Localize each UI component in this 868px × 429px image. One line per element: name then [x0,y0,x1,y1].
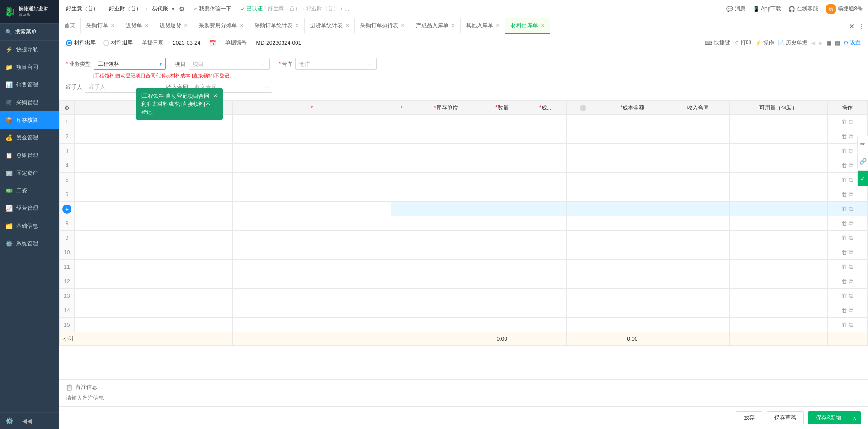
sidebar-search[interactable]: 🔍 搜索菜单 [0,24,59,41]
settings-btn[interactable]: ⚙ 设置 [844,39,861,47]
row-delete-icon[interactable]: 🗑 [841,220,847,227]
row-delete-icon[interactable]: 🗑 [841,278,847,285]
row-copy-icon[interactable]: ⧉ [849,234,853,242]
tab-goods_stats[interactable]: 进货单统计表✕ [305,18,355,34]
sidebar-item-purchase[interactable]: 🛒 采购管理 [0,94,59,111]
save-draft-button[interactable]: 保存草稿 [767,411,804,424]
row-copy-icon[interactable]: ⧉ [849,205,853,213]
row-input-material[interactable] [236,206,388,212]
topbar-user[interactable]: 畅 畅捷通8号 [826,4,863,14]
tabbar-close-icon[interactable]: ✕ [849,23,854,30]
row-delete-icon[interactable]: 🗑 [841,321,847,328]
topbar-dropdown-icon[interactable]: ▾ [172,6,175,12]
topbar-online-support[interactable]: 🎧 在线客服 [788,5,818,13]
row-copy-icon[interactable]: ⧉ [849,307,853,314]
tab-close-goods_return[interactable]: ✕ [184,23,188,28]
tab-goods_return[interactable]: 进货退货✕ [154,18,193,34]
tab-purchase_stats[interactable]: 采购订单统计表✕ [249,18,305,34]
history-btn[interactable]: 📄 历史单据 [778,39,807,47]
tab-close-product_in[interactable]: ✕ [451,23,455,28]
radio-material-return[interactable]: 材料退库 [103,39,133,47]
sidebar-item-project[interactable]: 📁 项目合同 [0,58,59,76]
row-delete-icon[interactable]: 🗑 [841,133,847,140]
row-copy-icon[interactable]: ⧉ [849,133,853,140]
collapse-icon[interactable]: ◀◀ [22,417,32,424]
layout2-btn[interactable]: ▤ [835,40,840,46]
topbar-gear-icon[interactable]: ⚙ [179,5,185,13]
row-copy-icon[interactable]: ⧉ [849,278,853,285]
tab-close-goods_in[interactable]: ✕ [145,23,148,28]
topbar-app-download[interactable]: 📱 App下载 [753,5,781,13]
tab-close-goods_stats[interactable]: ✕ [345,23,349,28]
shortcut-btn[interactable]: ⌨ 快捷键 [705,39,730,47]
sidebar-item-assets[interactable]: 🏢 固定资产 [0,164,59,182]
date-value[interactable]: 2023-03-24 [173,40,200,46]
tab-material_out[interactable]: 材料出库单✕ [505,18,550,34]
tab-close-other_in[interactable]: ✕ [496,23,500,28]
add-row-btn[interactable]: + [62,205,71,214]
tab-other_in[interactable]: 其他入库单✕ [461,18,505,34]
tooltip-close[interactable]: ✕ [213,92,217,100]
discard-button[interactable]: 放弃 [736,411,762,424]
row-delete-icon[interactable]: 🗑 [841,148,847,154]
operation-btn[interactable]: ⚡ 操作 [755,39,774,47]
row-copy-icon[interactable]: ⧉ [849,321,853,329]
row-delete-icon[interactable]: 🗑 [841,205,847,212]
business-type-input[interactable]: 工程领料 ▾ [94,58,166,70]
row-delete-icon[interactable]: 🗑 [841,292,847,299]
row-delete-icon[interactable]: 🗑 [841,191,847,198]
sidebar-item-inventory[interactable]: 📦 库存核算 [0,111,59,129]
settings-icon[interactable]: ⚙️ [5,417,13,424]
row-delete-icon[interactable]: 🗑 [841,249,847,256]
tabbar-layout-icon[interactable]: ⋮ [858,23,864,30]
right-panel-link[interactable]: 🔗 [857,153,868,169]
row-copy-icon[interactable]: ⧉ [849,176,853,184]
topbar-link-yidaili[interactable]: 易代账 [150,4,170,14]
sidebar-item-operations[interactable]: 📈 经营管理 [0,200,59,217]
sidebar-item-sales[interactable]: 📊 销售管理 [0,76,59,94]
row-delete-icon[interactable]: 🗑 [841,234,847,241]
table-gear-icon[interactable]: ⚙ [64,105,70,111]
tab-purchase_order[interactable]: 采购订单✕ [81,18,120,34]
print-btn[interactable]: 🖨 打印 [734,39,751,47]
row-delete-icon[interactable]: 🗑 [841,176,847,183]
save-new-dropdown[interactable]: ∧ [849,411,861,424]
tab-close-purchase_expense[interactable]: ✕ [240,23,243,28]
layout1-btn[interactable]: ▦ [826,40,831,46]
tab-product_in[interactable]: 产成品入库单✕ [410,18,461,34]
save-new-button[interactable]: 保存&新增 [808,411,849,424]
radio-material-out[interactable]: 材料出库 [66,39,96,47]
tab-close-purchase_order[interactable]: ✕ [111,23,114,28]
row-copy-icon[interactable]: ⧉ [849,249,853,256]
row-delete-icon[interactable]: 🗑 [841,119,847,125]
tab-close-purchase_exec[interactable]: ✕ [401,23,405,28]
row-copy-icon[interactable]: ⧉ [849,148,853,155]
right-panel-check[interactable]: ✓ [857,170,868,186]
tab-purchase_expense[interactable]: 采购费用分摊单✕ [193,18,249,34]
cost-info-icon[interactable]: i [580,105,586,111]
tab-goods_in[interactable]: 进货单✕ [120,18,154,34]
sidebar-item-accounting[interactable]: 📋 总账管理 [0,147,59,164]
sidebar-item-salary[interactable]: 💵 工资 [0,182,59,200]
tab-close-material_out[interactable]: ✕ [541,23,544,28]
notes-input[interactable] [66,393,861,403]
topbar-link-haoyecai[interactable]: 好业财（首） [107,4,143,14]
tab-purchase_exec[interactable]: 采购订单执行表✕ [355,18,410,34]
row-copy-icon[interactable]: ⧉ [849,191,853,198]
topbar-messages[interactable]: 💬 消息 [726,5,745,13]
row-copy-icon[interactable]: ⧉ [849,263,853,271]
sidebar-item-basics[interactable]: 🗂️ 基础信息 [0,217,59,235]
warehouse-input[interactable]: 仓库 ··· [295,58,377,70]
row-input-project[interactable] [77,206,230,212]
row-copy-icon[interactable]: ⧉ [849,162,853,169]
sidebar-item-finance[interactable]: 💰 资金管理 [0,129,59,147]
row-delete-icon[interactable]: 🗑 [841,263,847,270]
row-delete-icon[interactable]: 🗑 [841,162,847,169]
topbar-link-haoshengyi[interactable]: 好生意（首） [64,4,100,14]
project-input[interactable]: 项目 ··· [189,58,270,70]
row-copy-icon[interactable]: ⧉ [849,292,853,300]
row-copy-icon[interactable]: ⧉ [849,119,853,126]
right-panel-pencil[interactable]: ✏ [857,136,868,152]
row-copy-icon[interactable]: ⧉ [849,220,853,227]
notes-section[interactable]: 📋 备注信息 [66,383,861,391]
